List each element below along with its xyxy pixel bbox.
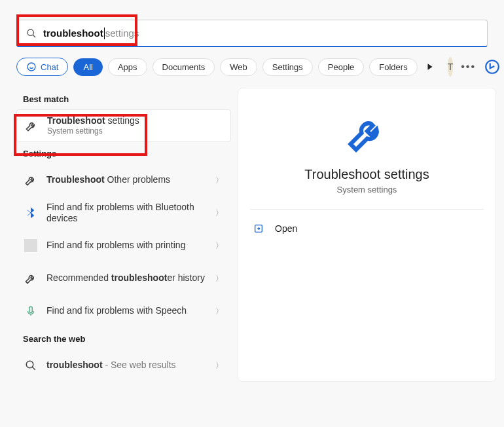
preview-panel: Troubleshoot settings System settings Op… [238,88,496,382]
chat-icon [26,62,37,72]
more-options-button[interactable]: ••• [458,58,478,75]
chevron-right-icon: 〉 [215,273,223,284]
svg-line-6 [32,367,35,370]
user-avatar[interactable]: T [448,57,454,77]
svg-point-2 [27,63,35,71]
tab-label: Apps [118,62,137,72]
open-action[interactable]: Open [250,219,484,238]
result-label: Find and fix problems with printing [46,240,206,251]
tab-documents[interactable]: Documents [153,58,215,76]
tab-label: Settings [272,62,303,72]
bluetooth-icon [24,206,37,219]
result-bluetooth[interactable]: Find and fix problems with Bluetooth dev… [16,196,231,229]
results-panel: Best match Troubleshoot settings System … [0,88,231,382]
chevron-right-icon: 〉 [215,240,223,251]
result-label: Find and fix problems with Bluetooth dev… [46,202,206,225]
placeholder-icon [24,239,37,252]
wrench-icon [25,119,38,132]
search-icon [24,359,37,372]
open-icon [253,223,264,234]
tab-chat[interactable]: Chat [16,58,68,76]
search-autocomplete-hint: settings [105,28,139,39]
tab-settings[interactable]: Settings [262,58,313,76]
avatar-initial: T [448,62,454,72]
chevron-right-icon: 〉 [215,208,223,219]
wrench-icon [250,111,484,155]
result-troubleshoot-other[interactable]: Troubleshoot Other problems 〉 [16,164,231,196]
svg-rect-4 [29,306,33,312]
result-printing[interactable]: Find and fix problems with printing 〉 [16,229,231,262]
result-web-search[interactable]: troubleshoot - See web results 〉 [16,349,231,382]
tab-folders[interactable]: Folders [369,58,417,76]
preview-subtitle: System settings [250,185,484,195]
tab-apps[interactable]: Apps [108,58,147,76]
tab-all[interactable]: All [73,58,102,76]
tabs-scroll-right[interactable] [423,60,437,74]
divider [250,209,484,210]
wrench-icon [24,174,37,187]
search-bar[interactable]: troubleshoot settings [16,20,488,47]
result-label: Find and fix problems with Speech [46,305,206,317]
search-input[interactable]: troubleshoot settings [43,28,139,39]
best-match-title: Troubleshoot settings [47,115,223,127]
search-icon [26,28,37,39]
text-cursor [104,28,105,39]
open-label: Open [275,223,297,234]
result-label: troubleshoot - See web results [46,360,206,371]
preview-title: Troubleshoot settings [250,167,484,182]
microphone-icon [24,305,37,318]
svg-line-1 [33,35,35,37]
bing-icon[interactable] [484,58,501,75]
result-label: Troubleshoot Other problems [46,174,206,186]
tab-label: People [328,62,354,72]
result-label: Recommended troubleshooter history [46,272,206,284]
result-recommended-history[interactable]: Recommended troubleshooter history 〉 [16,262,231,295]
tab-label: Chat [41,62,58,72]
chevron-right-icon: 〉 [215,175,223,186]
section-search-web: Search the web [23,334,231,344]
section-best-match: Best match [23,94,231,104]
best-match-item[interactable]: Troubleshoot settings System settings [16,109,231,142]
wrench-icon [24,272,37,285]
tab-people[interactable]: People [318,58,364,76]
svg-point-0 [27,29,33,35]
tabs-row: Chat All Apps Documents Web Settings Peo… [16,55,488,79]
tab-label: All [83,62,92,72]
chevron-right-icon: 〉 [215,360,223,371]
tab-label: Folders [379,62,407,72]
result-speech[interactable]: Find and fix problems with Speech 〉 [16,295,231,327]
tab-label: Documents [162,62,206,72]
section-settings: Settings [23,149,231,158]
search-typed-text: troubleshoot [43,28,103,39]
chevron-right-icon: 〉 [215,306,223,317]
tab-label: Web [230,62,247,72]
svg-point-5 [26,361,33,368]
best-match-subtitle: System settings [47,126,223,136]
tab-web[interactable]: Web [220,58,257,76]
printer-icon [24,239,37,252]
